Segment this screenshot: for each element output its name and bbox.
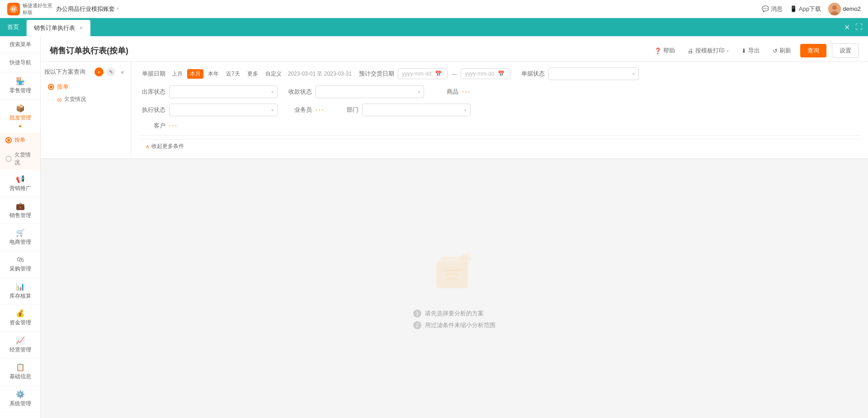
sidebar-item-purchase[interactable]: 🛍 采购管理 <box>0 251 40 278</box>
filter-goods-item: 商品 ··· <box>431 88 471 96</box>
sidebar-quick-nav[interactable]: 快捷导航 <box>0 53 40 72</box>
filter-doc-status-item: 单据状态 ▾ <box>518 67 639 80</box>
date-separator: — <box>451 71 457 77</box>
sidebar-item-sales[interactable]: 💼 销售管理 <box>0 197 40 224</box>
scheme-sub-credit[interactable]: ◎ 欠货情况 <box>44 94 127 105</box>
sidebar-quick-nav-label[interactable]: 快捷导航 <box>0 57 40 68</box>
export-icon: ⬇ <box>741 48 746 54</box>
filter-scheme-icons: + ✎ « <box>94 67 127 76</box>
basic-icon: 📋 <box>16 363 25 371</box>
sidebar-item-basic[interactable]: 📋 基础信息 <box>0 358 40 385</box>
print-button[interactable]: 🖨 按模板打印 ▾ <box>684 45 732 57</box>
date-quick-buttons: 上月 本月 本年 近7天 更多 自定义 <box>169 69 284 79</box>
sub-item-credit[interactable]: 欠货情况 <box>0 147 40 170</box>
doc-status-select[interactable]: ▾ <box>548 67 639 80</box>
tab-maximize-icon[interactable]: ⛶ <box>855 23 863 31</box>
breadcrumb: 办公用品行业模拟账套 ▾ <box>56 5 119 13</box>
sidebar-item-enterprise[interactable]: 🤝 企业协同 <box>0 413 40 418</box>
filter-receive-status-item: 收款状态 ▾ <box>285 86 424 98</box>
scheme-item-order[interactable]: 按单 <box>44 80 127 94</box>
sidebar-item-wholesale[interactable]: 📦 批发管理 ▲ <box>0 100 40 133</box>
step-num-1: 1 <box>413 309 421 318</box>
logo-text: 畅捷通好生意 标版 <box>23 2 52 15</box>
scheme-dot-order <box>48 84 54 90</box>
message-button[interactable]: 💬 消息 <box>762 5 783 13</box>
refresh-button[interactable]: ↺ 刷新 <box>769 45 795 57</box>
app-download-button[interactable]: 📱 App下载 <box>790 5 821 13</box>
filter-scheme-header: 按以下方案查询 + ✎ « <box>44 67 127 76</box>
collapse-scheme-button[interactable]: « <box>118 67 127 76</box>
filter-expected-date-item: 预计交货日期 yyyy-mm-dd 📅 — yyyy-mm-dd 📅 <box>359 68 510 79</box>
filter-expected-date-label: 预计交货日期 <box>359 70 394 78</box>
filter-exec-status-label: 执行状态 <box>138 106 165 114</box>
expected-date-from-input[interactable]: yyyy-mm-dd 📅 <box>398 68 448 79</box>
wholesale-arrow-icon: ▲ <box>18 123 23 128</box>
exec-status-chevron-icon: ▾ <box>271 108 274 113</box>
tab-sales-order-exec[interactable]: 销售订单执行表 × <box>27 20 90 36</box>
edit-scheme-button[interactable]: ✎ <box>106 67 115 76</box>
date-btn-custom[interactable]: 自定义 <box>263 69 284 79</box>
content-area: 销售订单执行表(按单) ❓ 帮助 🖨 按模板打印 ▾ ⬇ 导出 ↺ 刷新 <box>41 36 868 418</box>
date-btn-this-year[interactable]: 本年 <box>205 69 222 79</box>
help-button[interactable]: ❓ 帮助 <box>651 45 679 57</box>
sidebar-finance-label: 资金管理 <box>9 319 31 327</box>
filter-exec-status-item: 执行状态 ▾ <box>138 104 278 116</box>
tab-home[interactable]: 首页 <box>0 18 27 36</box>
user-avatar[interactable]: demo2 <box>828 3 861 15</box>
tab-close-icon[interactable]: × <box>80 25 83 31</box>
sub-item-dot-credit <box>5 156 12 162</box>
collapse-more-button[interactable]: ∧ 收起更多条件 <box>138 139 861 153</box>
sidebar-item-ecommerce[interactable]: 🛒 电商管理 <box>0 224 40 251</box>
purchase-icon: 🛍 <box>17 256 24 264</box>
svg-point-3 <box>832 5 837 10</box>
tab-close-window-icon[interactable]: ✕ <box>844 23 850 32</box>
inventory-icon: 📊 <box>16 282 25 291</box>
tabbar-actions: ✕ ⛶ <box>839 18 868 36</box>
sidebar-item-operation[interactable]: 📈 经营管理 <box>0 332 40 359</box>
receive-status-chevron-icon: ▾ <box>418 90 420 95</box>
out-status-select[interactable]: ▾ <box>169 86 278 98</box>
filter-row-1: 单据日期 上月 本月 本年 近7天 更多 自定义 2023-03-01 至 20… <box>138 67 861 80</box>
settings-button[interactable]: 设置 <box>832 43 859 58</box>
sidebar-ecommerce-label: 电商管理 <box>9 239 31 246</box>
doc-status-chevron-icon: ▾ <box>632 71 635 76</box>
goods-select-button[interactable]: ··· <box>462 88 471 96</box>
breadcrumb-arrow-icon[interactable]: ▾ <box>117 6 119 12</box>
date-btn-last7[interactable]: 近7天 <box>223 69 243 79</box>
svg-text:?: ? <box>464 256 467 262</box>
sub-icon-credit: ◎ <box>57 96 61 103</box>
customer-select-button[interactable]: ··· <box>169 122 178 130</box>
date-btn-last-month[interactable]: 上月 <box>169 69 185 79</box>
exec-status-select[interactable]: ▾ <box>169 104 278 116</box>
sidebar-search[interactable]: 搜索菜单 <box>0 36 40 53</box>
add-scheme-button[interactable]: + <box>94 67 104 76</box>
export-button[interactable]: ⬇ 导出 <box>738 45 764 57</box>
empty-illustration: ? <box>427 247 481 302</box>
message-icon: 💬 <box>762 5 769 12</box>
avatar <box>828 3 841 15</box>
salesman-select-button[interactable]: ··· <box>316 106 324 114</box>
query-button[interactable]: 查询 <box>800 44 826 57</box>
sidebar-search-label[interactable]: 搜索菜单 <box>4 41 37 48</box>
dept-select[interactable]: ▾ <box>362 104 471 116</box>
empty-state: ? 1 请先选择要分析的方案 2 用过滤条件来缩小分析范围 <box>41 159 868 418</box>
out-status-chevron-icon: ▾ <box>271 90 274 95</box>
receive-status-select[interactable]: ▾ <box>316 86 424 98</box>
sidebar-item-inventory[interactable]: 📊 库存核算 <box>0 278 40 305</box>
sub-item-order[interactable]: 按单 <box>0 133 40 147</box>
system-icon: ⚙️ <box>16 390 25 399</box>
topbar-right: 💬 消息 📱 App下载 demo2 <box>762 3 861 15</box>
expected-date-to-input[interactable]: yyyy-mm-dd 📅 <box>461 68 510 79</box>
sub-item-dot-order <box>5 137 12 143</box>
sidebar-system-label: 系统管理 <box>9 400 31 408</box>
sidebar-item-retail[interactable]: 🏪 零售管理 <box>0 72 40 100</box>
tabbar: 首页 销售订单执行表 × ✕ ⛶ <box>0 18 868 36</box>
sidebar-item-finance[interactable]: 💰 资金管理 <box>0 304 40 332</box>
date-btn-this-month[interactable]: 本月 <box>187 69 203 79</box>
sidebar-item-marketing[interactable]: 📢 营销推广 <box>0 170 40 197</box>
date-btn-more[interactable]: 更多 <box>245 69 261 79</box>
calendar-to-icon: 📅 <box>498 71 505 77</box>
topbar: 好 畅捷通好生意 标版 办公用品行业模拟账套 ▾ 💬 消息 📱 App下载 de… <box>0 0 868 18</box>
sidebar-sales-label: 销售管理 <box>9 212 31 219</box>
sidebar-item-system[interactable]: ⚙️ 系统管理 <box>0 385 40 413</box>
